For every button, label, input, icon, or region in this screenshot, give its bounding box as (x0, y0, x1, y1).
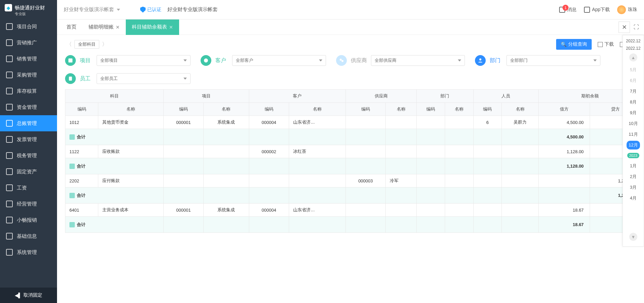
sidebar-icon (6, 136, 13, 143)
account-selector[interactable]: 好业财专业版演示帐套 (64, 6, 134, 13)
sidebar-item-11[interactable]: 经营管理 (0, 196, 57, 212)
unpin-icon: ◀▌ (15, 293, 22, 298)
th-code: 编码 (473, 103, 502, 116)
sidebar-item-9[interactable]: 固定资产 (0, 164, 57, 180)
tab-label: 首页 (66, 24, 76, 30)
period-up-button[interactable]: ▲ (629, 53, 637, 61)
th-name: 名称 (445, 103, 473, 116)
period-month[interactable]: 12月 (627, 141, 640, 149)
period-month[interactable]: 4月 (628, 194, 639, 203)
tab-2[interactable]: 科目辅助余额表✕ (126, 19, 179, 35)
cell-supplier-name (385, 204, 417, 217)
messages-button[interactable]: 消息 1 (559, 7, 577, 13)
sidebar-item-6[interactable]: 总账管理 (0, 115, 57, 131)
department-value: 全部部门 (510, 57, 528, 63)
customer-select[interactable]: 全部客户 (232, 55, 326, 66)
project-select[interactable]: 全部项目 (97, 55, 191, 66)
supplier-icon (336, 55, 347, 66)
th-department: 部门 (417, 90, 473, 103)
employee-icon (65, 73, 76, 84)
cell-supplier-name (385, 116, 417, 129)
cell-supplier-name (385, 145, 417, 158)
svg-point-3 (341, 60, 343, 62)
th-code: 编码 (249, 103, 289, 116)
svg-point-2 (340, 59, 342, 61)
sidebar-item-13[interactable]: 基础信息 (0, 228, 57, 244)
username-label: 珠珠 (628, 7, 637, 13)
account-selector-label: 好业财专业版演示帐套 (64, 6, 114, 13)
cell-project-name: 系统集成 (203, 204, 249, 217)
tab-close-icon[interactable]: ✕ (169, 25, 173, 30)
cell-customer-name (289, 174, 345, 187)
cell-debit: 1,128.00 (539, 145, 590, 158)
supplier-select[interactable]: 全部供应商 (371, 55, 465, 66)
period-month[interactable]: 10月 (627, 119, 640, 128)
cell-customer-name: 冰红茶 (289, 145, 345, 158)
cell-debit: 4,500.00 (539, 116, 590, 129)
search-icon: 🔍 (561, 42, 567, 47)
user-menu[interactable]: 珠珠 (617, 5, 637, 14)
period-month[interactable]: 7月 (628, 87, 639, 96)
cell-dept-name (445, 204, 473, 217)
period-month[interactable]: 8月 (628, 98, 639, 106)
period-month[interactable]: 2月 (628, 172, 639, 181)
group-query-button[interactable]: 🔍 分组查询 (556, 39, 592, 50)
sidebar-item-7[interactable]: 发票管理 (0, 131, 57, 147)
department-select[interactable]: 全部部门 (506, 55, 600, 66)
sidebar-item-2[interactable]: 销售管理 (0, 51, 57, 67)
close-all-tabs-button[interactable]: ✕ (619, 21, 630, 33)
sidebar-item-1[interactable]: 营销推广 (0, 35, 57, 51)
breadcrumb-pill[interactable]: 全部科目 (74, 40, 99, 49)
th-project: 项目 (164, 90, 249, 103)
period-panel: 2022.12 2022.12 ▲ 5月6月7月8月9月10月11月12月202… (623, 35, 644, 247)
phone-icon (584, 7, 590, 13)
cell-project-name: 系统集成 (203, 116, 249, 129)
th-debit: 借方 (539, 103, 590, 116)
app-download-button[interactable]: App下载 (584, 7, 610, 13)
sidebar-item-3[interactable]: 采购管理 (0, 67, 57, 83)
period-to[interactable]: 2022.12 (626, 45, 640, 52)
download-button[interactable]: 下载 (598, 41, 614, 47)
cell-customer-code: 000002 (249, 145, 289, 158)
cell-project-code: 000001 (164, 204, 204, 217)
breadcrumb-prev-button[interactable]: 〈 (65, 40, 73, 48)
breadcrumb-next-button[interactable]: 〉 (101, 40, 109, 48)
customer-label: 客户 (215, 57, 228, 64)
subtotal-icon (69, 164, 75, 169)
brand-logo: ◆ 畅捷通好业财 (0, 0, 57, 12)
sidebar-item-8[interactable]: 税务管理 (0, 147, 57, 164)
table-row: 合计1,128.00 (65, 158, 641, 174)
sidebar-item-10[interactable]: 工资 (0, 180, 57, 196)
cell-dept-code (417, 204, 445, 217)
period-month[interactable]: 3月 (628, 183, 639, 192)
cell-customer-code: 000004 (249, 116, 289, 129)
sidebar-item-4[interactable]: 库存核算 (0, 83, 57, 99)
employee-select[interactable]: 全部员工 (97, 73, 191, 84)
cell-project-name (203, 174, 249, 187)
chevron-down-icon (458, 59, 461, 61)
tab-close-icon[interactable]: ✕ (116, 25, 120, 30)
sidebar-label: 营销推广 (17, 40, 37, 46)
th-name: 名称 (98, 103, 164, 116)
period-from[interactable]: 2022.12 (626, 37, 640, 45)
subtotal-label: 合计 (65, 158, 164, 174)
sidebar-item-12[interactable]: 小畅报销 (0, 212, 57, 228)
unpin-button[interactable]: ◀▌ 取消固定 (0, 288, 57, 303)
cell-project-code (164, 174, 204, 187)
chevron-down-icon (183, 59, 187, 61)
tab-1[interactable]: 辅助明细账✕ (83, 19, 126, 35)
balance-table: 科目 项目 客户 供应商 部门 人员 期初余额 编码名称编码名称编码名称编码名称… (65, 89, 641, 233)
th-code: 编码 (417, 103, 445, 116)
sidebar-item-14[interactable]: 系统管理 (0, 244, 57, 260)
fullscreen-button[interactable]: ⛶ (631, 21, 642, 33)
table-container: › 科目 项目 客户 供应商 部门 人员 期初余额 编码名称编码名称编码名称编码… (57, 89, 644, 303)
period-down-button[interactable]: ▼ (629, 233, 637, 241)
sidebar-item-5[interactable]: 资金管理 (0, 99, 57, 115)
tab-0[interactable]: 首页 (60, 19, 83, 35)
period-month[interactable]: 1月 (628, 162, 639, 170)
sidebar-item-0[interactable]: 项目合同 (0, 20, 57, 35)
period-month[interactable]: 9月 (628, 109, 639, 117)
cell-supplier-code (345, 145, 385, 158)
sidebar-label: 税务管理 (17, 153, 37, 159)
period-month[interactable]: 11月 (627, 130, 640, 139)
